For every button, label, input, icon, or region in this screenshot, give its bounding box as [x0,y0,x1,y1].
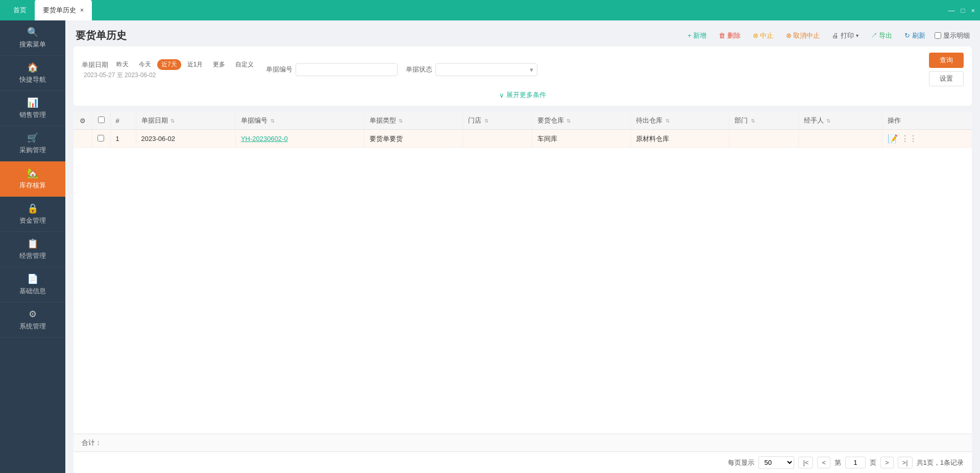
last-page-btn[interactable]: >| [898,457,913,468]
table-row[interactable]: 1 2023-06-02 YH-20230602-0 要货单要货 车间库 原材料… [74,130,972,148]
delete-button[interactable]: 🗑 删除 [716,29,744,42]
table-body: 1 2023-06-02 YH-20230602-0 要货单要货 车间库 原材料… [74,130,972,148]
expand-more-btn[interactable]: ∨ 展开更多条件 [82,90,964,100]
doc-no-input[interactable] [296,63,398,76]
page-label-2: 页 [870,458,876,467]
toolbar: + 新增 🗑 删除 ⊗ 中止 ⊗ 取消中止 🖨 打印 ▾ ↗ 导出 [684,29,970,42]
cell-handler [798,130,882,148]
close-btn[interactable]: × [971,7,975,14]
content-area: 要货单历史 + 新增 🗑 删除 ⊗ 中止 ⊗ 取消中止 🖨 打印 ▾ [65,20,980,473]
page-label: 第 [835,458,841,467]
sort-req-warehouse-icon[interactable]: ⇅ [567,118,571,124]
sidebar-item-search-menu[interactable]: 🔍 搜索菜单 [0,20,65,56]
export-button[interactable]: ↗ 导出 [868,29,896,42]
per-page-label: 每页显示 [728,458,754,467]
lock-icon: 🔒 [27,203,38,214]
sort-dept-icon[interactable]: ⇅ [751,118,755,124]
show-detail-checkbox-wrap[interactable]: 显示明细 [935,31,970,40]
col-doc-no: 单据编号 ⇅ [235,112,364,130]
status-label: 单据状态 [406,65,432,74]
table-wrap: ⚙ # 单据日期 ⇅ 单据编号 [74,112,972,473]
page-title: 要货单历史 [76,29,127,42]
more-ops-icon[interactable]: ⋮⋮ [901,134,917,144]
date-opt-7days[interactable]: 近7天 [157,59,181,70]
cell-doc-date: 2023-06-02 [136,130,235,148]
check-all-checkbox[interactable] [98,116,105,123]
chevron-down-icon: ∨ [499,91,504,99]
filter-settings-button[interactable]: 设置 [929,71,964,86]
query-button[interactable]: 查询 [929,53,964,68]
cancel-stop-button[interactable]: ⊗ 取消中止 [783,29,823,42]
stop-button[interactable]: ⊗ 中止 [750,29,777,42]
date-range-text: 2023-05-27 至 2023-06-02 [84,71,156,80]
sort-handler-icon[interactable]: ⇅ [826,118,830,124]
sort-store-icon[interactable]: ⇅ [484,118,488,124]
date-opt-1month[interactable]: 近1月 [183,59,207,70]
tab-requisition-history[interactable]: 要货单历史 × [35,0,92,20]
date-opt-custom[interactable]: 自定义 [231,59,258,70]
cell-doc-type: 要货单要货 [364,130,462,148]
sort-doc-no-icon[interactable]: ⇅ [271,118,275,124]
col-settings: ⚙ [74,112,92,130]
col-check [92,112,110,130]
sidebar-item-sales-mgmt[interactable]: 📊 销售管理 [0,91,65,126]
date-opt-yesterday[interactable]: 昨天 [112,59,133,70]
top-bar: 首页 要货单历史 × — □ × [0,0,980,20]
cell-pending-warehouse: 原材料仓库 [630,130,729,148]
cell-store [463,130,532,148]
sort-doc-date-icon[interactable]: ⇅ [170,118,175,124]
sidebar-item-operations-mgmt[interactable]: 📋 经营管理 [0,232,65,267]
close-tab-icon[interactable]: × [80,7,84,14]
sidebar-item-finance-mgmt[interactable]: 🔒 资金管理 [0,197,65,232]
date-opt-today[interactable]: 今天 [135,59,155,70]
table-header-row: ⚙ # 单据日期 ⇅ 单据编号 [74,112,972,130]
total-info: 共1页，1条记录 [917,458,964,467]
next-page-btn[interactable]: > [880,457,894,468]
summary-label: 合计： [82,439,102,446]
sort-doc-type-icon[interactable]: ⇅ [399,118,403,124]
house-icon: 🏡 [27,168,38,179]
col-handler: 经手人 ⇅ [798,112,882,130]
status-select-wrap [435,63,537,76]
sidebar: 🔍 搜索菜单 🏠 快捷导航 📊 销售管理 🛒 采购管理 🏡 库存核算 🔒 资金管… [0,20,65,473]
cell-req-warehouse: 车间库 [532,130,630,148]
sidebar-item-inventory[interactable]: 🏡 库存核算 [0,161,65,197]
date-opt-more[interactable]: 更多 [209,59,229,70]
col-ops: 操作 [883,112,972,130]
cell-ops: 📝 ⋮⋮ [883,130,972,148]
summary-row: 合计： [74,434,972,452]
document-icon: 📄 [27,273,38,285]
row-checkbox[interactable] [97,135,104,141]
settings-icon[interactable]: ⚙ [80,117,86,125]
search-icon: 🔍 [27,27,38,38]
sort-pending-warehouse-icon[interactable]: ⇅ [666,118,670,124]
maximize-btn[interactable]: □ [961,7,965,14]
col-pending-warehouse: 待出仓库 ⇅ [630,112,729,130]
col-num: # [110,112,136,130]
col-doc-type: 单据类型 ⇅ [364,112,462,130]
cart-icon: 🛒 [27,132,38,144]
col-dept: 部门 ⇅ [729,112,798,130]
sidebar-item-basic-info[interactable]: 📄 基础信息 [0,267,65,302]
sidebar-item-system-mgmt[interactable]: ⚙ 系统管理 [0,302,65,338]
new-button[interactable]: + 新增 [684,29,709,42]
first-page-btn[interactable]: |< [798,457,813,468]
refresh-button[interactable]: ↻ 刷新 [901,29,928,42]
date-filter-label: 单据日期 [82,60,108,69]
col-store: 门店 ⇅ [463,112,532,130]
chart-icon: 📊 [27,97,38,108]
doc-no-link[interactable]: YH-20230602-0 [241,135,288,143]
status-select[interactable] [435,63,537,76]
sidebar-item-quick-nav[interactable]: 🏠 快捷导航 [0,56,65,91]
tab-home[interactable]: 首页 [5,0,35,20]
page-input[interactable] [845,457,866,468]
minimize-btn[interactable]: — [948,7,955,14]
data-table: ⚙ # 单据日期 ⇅ 单据编号 [74,112,972,148]
per-page-select[interactable]: 50 10 20 100 [758,456,794,469]
prev-page-btn[interactable]: < [817,457,830,468]
sidebar-item-purchase-mgmt[interactable]: 🛒 采购管理 [0,126,65,161]
cell-settings [74,130,92,148]
edit-icon[interactable]: 📝 [888,134,898,144]
show-detail-checkbox[interactable] [935,32,941,39]
print-button[interactable]: 🖨 打印 ▾ [829,29,862,42]
